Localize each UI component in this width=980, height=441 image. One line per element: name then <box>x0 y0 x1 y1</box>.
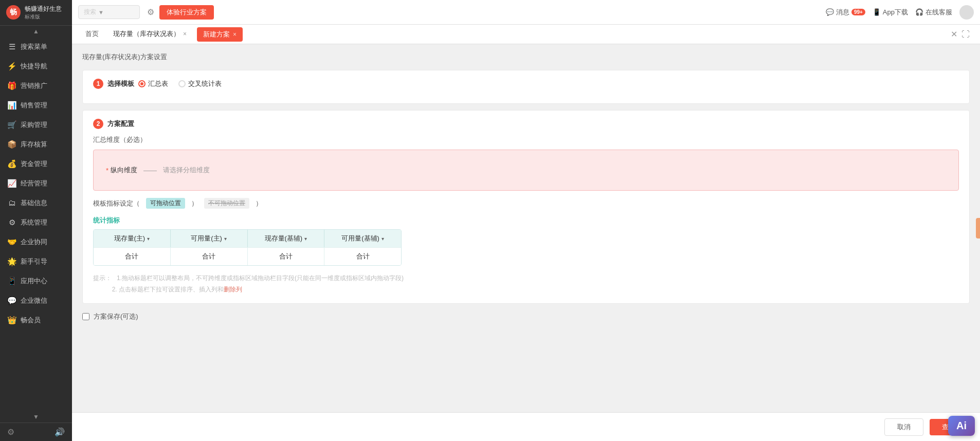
phone-icon: 📱 <box>873 8 881 16</box>
sidebar-item-purchase[interactable]: 🛒 采购管理 <box>0 115 72 135</box>
enterprise-icon: 🤝 <box>7 237 16 247</box>
topbar-gear-icon[interactable]: ⚙ <box>147 7 154 17</box>
step2-badge: 2 <box>93 119 103 129</box>
app-download-label: App下载 <box>883 8 908 17</box>
stats-row-0-col-3: 合计 <box>324 247 401 265</box>
tab-inventory-close[interactable]: × <box>183 30 187 38</box>
sidebar-scroll-up[interactable]: ▲ <box>0 26 72 37</box>
template-indicator-label: 模板指标设定（ <box>93 199 140 208</box>
online-service-item[interactable]: 🎧 在线客服 <box>915 8 952 17</box>
non-draggable-tag: 不可拖动位置 <box>204 198 249 209</box>
main-area: 搜索 ▼ ⚙ 体验行业方案 💬 消息 99+ 📱 App下载 🎧 在线客服 首页 <box>72 0 980 441</box>
sidebar-item-sales[interactable]: 📊 销售管理 <box>0 96 72 115</box>
template-row: 模板指标设定（ 可拖动位置 ） 不可拖动位置 ） <box>93 198 959 209</box>
dimension-placeholder[interactable]: 请选择分组维度 <box>163 166 210 175</box>
sidebar-item-quick-nav[interactable]: ⚡ 快捷导航 <box>0 57 72 76</box>
guide-icon: 🌟 <box>7 257 16 266</box>
chevron-0-icon: ▾ <box>147 236 150 242</box>
sidebar-item-inventory[interactable]: 📦 库存核算 <box>0 135 72 154</box>
sidebar-item-search[interactable]: ☰ 搜索菜单 <box>0 37 72 57</box>
tab-home[interactable]: 首页 <box>78 25 106 44</box>
bottom-bar: 取消 查询 <box>72 412 980 441</box>
stats-table-body: 合计 合计 合计 合计 <box>94 247 401 265</box>
step2-title: 方案配置 <box>107 119 134 128</box>
app-logo-icon: 畅 <box>6 5 21 20</box>
template-radio-group: 汇总表 交叉统计表 <box>138 79 222 88</box>
step1-section: 1 选择模板 汇总表 交叉统计表 <box>82 70 970 104</box>
tab-new-scheme-close[interactable]: × <box>233 31 237 38</box>
ai-badge[interactable]: Ai <box>948 416 975 436</box>
stats-table: 现存量(主) ▾ 可用量(主) ▾ 现存量(基辅) ▾ 可用量(基辅) ▾ <box>93 229 402 266</box>
sidebar-item-system[interactable]: ⚙ 系统管理 <box>0 213 72 232</box>
sidebar-item-label: 基础信息 <box>21 198 47 208</box>
save-scheme-checkbox[interactable] <box>82 313 89 320</box>
window-expand-icon[interactable]: ⛶ <box>961 30 970 39</box>
sidebar-logo: 畅 畅赚通好生意 标准版 <box>0 0 72 26</box>
sidebar-item-guide[interactable]: 🌟 新手引导 <box>0 252 72 271</box>
window-close-icon[interactable]: ✕ <box>951 29 957 39</box>
sidebar-item-app-center[interactable]: 📱 应用中心 <box>0 271 72 291</box>
stats-col-3-label: 可用量(基辅) <box>341 234 379 243</box>
search-menu-icon: ☰ <box>7 42 16 51</box>
content-area: 现存量(库存状况表)方案设置 1 选择模板 汇总表 交叉统计表 <box>72 44 980 412</box>
save-scheme-label: 方案保存(可选) <box>94 312 138 321</box>
cancel-button[interactable]: 取消 <box>884 418 923 436</box>
search-dropdown-icon: ▼ <box>98 9 104 15</box>
stats-col-0-label: 现存量(主) <box>114 234 146 243</box>
dimension-label: 汇总维度（必选） <box>93 135 959 144</box>
sidebar-item-finance[interactable]: 💰 资金管理 <box>0 154 72 174</box>
inventory-icon: 📦 <box>7 140 16 149</box>
right-edge-handle[interactable] <box>976 218 980 238</box>
stats-col-0[interactable]: 现存量(主) ▾ <box>94 230 171 247</box>
sidebar-item-label: 搜索菜单 <box>21 42 47 51</box>
sidebar-item-management[interactable]: 📈 经营管理 <box>0 174 72 193</box>
user-avatar[interactable] <box>959 5 974 20</box>
search-input-area[interactable]: 搜索 ▼ <box>78 5 140 19</box>
finance-icon: 💰 <box>7 159 16 169</box>
window-controls: ✕ ⛶ <box>947 29 974 39</box>
radio-cross-indicator <box>178 80 186 87</box>
sound-icon[interactable]: 🔊 <box>55 427 65 437</box>
radio-summary-table[interactable]: 汇总表 <box>138 79 168 88</box>
chevron-1-icon: ▾ <box>224 236 227 242</box>
radio-cross-table[interactable]: 交叉统计表 <box>178 79 222 88</box>
stats-col-1-label: 可用量(主) <box>191 234 222 243</box>
sidebar-item-label: 企业微信 <box>21 296 47 305</box>
stats-col-2-label: 现存量(基辅) <box>265 234 303 243</box>
topbar: 搜索 ▼ ⚙ 体验行业方案 💬 消息 99+ 📱 App下载 🎧 在线客服 <box>72 0 980 25</box>
sidebar-item-enterprise[interactable]: 🤝 企业协同 <box>0 232 72 252</box>
stats-col-2[interactable]: 现存量(基辅) ▾ <box>248 230 325 247</box>
stats-label: 统计指标 <box>93 216 959 225</box>
marketing-icon: 🎁 <box>7 81 16 90</box>
sidebar-item-label: 应用中心 <box>21 277 47 286</box>
tab-inventory[interactable]: 现存量（库存状况表） × <box>106 25 194 44</box>
tabs-bar: 首页 现存量（库存状况表） × 新建方案 × ✕ ⛶ <box>72 25 980 44</box>
sidebar-item-label: 营销推广 <box>21 81 47 90</box>
sidebar-item-member[interactable]: 👑 畅会员 <box>0 310 72 330</box>
app-download-item[interactable]: 📱 App下载 <box>873 8 908 17</box>
industry-btn[interactable]: 体验行业方案 <box>159 5 214 20</box>
chevron-3-icon: ▾ <box>382 236 384 242</box>
sidebar-item-basic-info[interactable]: 🗂 基础信息 <box>0 193 72 213</box>
step1-badge: 1 <box>93 79 103 89</box>
step2-section: 2 方案配置 汇总维度（必选） * 纵向维度 —— 请选择分组维度 模板指标设定… <box>82 110 970 304</box>
management-icon: 📈 <box>7 179 16 188</box>
tips-text-2: 2. 点击标题栏下拉可设置排序、插入列和删除列 <box>93 284 959 296</box>
stats-col-3[interactable]: 可用量(基辅) ▾ <box>324 230 401 247</box>
sidebar-nav: ☰ 搜索菜单 ⚡ 快捷导航 🎁 营销推广 📊 销售管理 🛒 采购管理 📦 库存核… <box>0 37 72 411</box>
purchase-icon: 🛒 <box>7 120 16 130</box>
sidebar-item-wechat[interactable]: 💬 企业微信 <box>0 291 72 310</box>
page-title: 现存量(库存状况表)方案设置 <box>82 52 970 62</box>
sidebar-item-label: 库存核算 <box>21 140 47 149</box>
sidebar-scroll-down[interactable]: ▼ <box>0 411 72 422</box>
messages-label: 消息 <box>836 8 849 17</box>
sales-icon: 📊 <box>7 101 16 110</box>
tab-new-scheme[interactable]: 新建方案 × <box>197 27 243 42</box>
radio-summary-label: 汇总表 <box>148 79 168 88</box>
messages-item[interactable]: 💬 消息 99+ <box>826 8 865 17</box>
message-icon: 💬 <box>826 8 834 16</box>
sidebar-item-marketing[interactable]: 🎁 营销推广 <box>0 76 72 96</box>
settings-icon[interactable]: ⚙ <box>7 427 14 437</box>
sidebar-item-label: 新手引导 <box>21 257 47 266</box>
stats-col-1[interactable]: 可用量(主) ▾ <box>171 230 248 247</box>
